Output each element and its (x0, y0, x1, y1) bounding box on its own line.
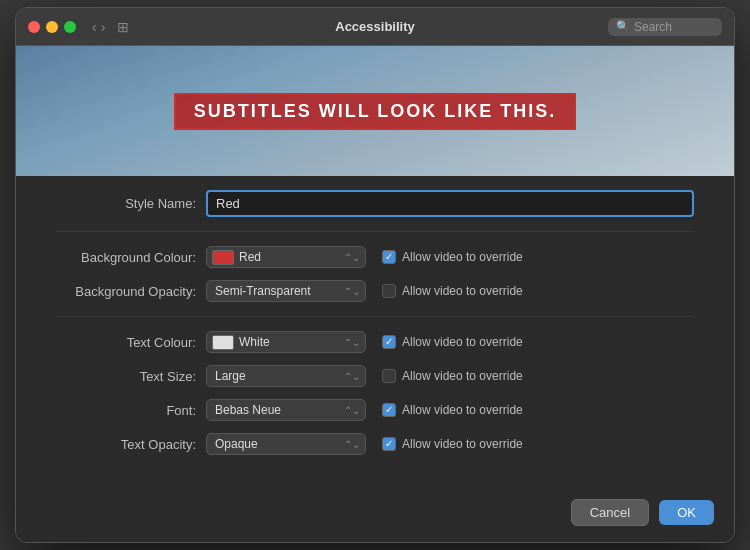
text-size-dropdown-container: Large ⌃⌄ (206, 365, 366, 387)
background-colour-row: Background Colour: Red ⌃⌄ Allow video to… (56, 240, 694, 274)
nav-arrows: ‹ › (92, 19, 105, 35)
bg-colour-override-label[interactable]: Allow video to override (382, 250, 523, 264)
text-opacity-dropdown-container: Opaque ⌃⌄ (206, 433, 366, 455)
form-area: Style Name: Background Colour: Red ⌃⌄ Al… (16, 176, 734, 489)
text-colour-override-text: Allow video to override (402, 335, 523, 349)
font-override-checkbox[interactable] (382, 403, 396, 417)
search-box[interactable]: 🔍 (608, 18, 722, 36)
accessibility-window: ‹ › ⊞ Accessibility 🔍 SUBTITLES WILL LOO… (15, 7, 735, 543)
text-opacity-override-text: Allow video to override (402, 437, 523, 451)
close-button[interactable] (28, 21, 40, 33)
font-row: Font: Bebas Neue ⌃⌄ Allow video to overr… (56, 393, 694, 427)
footer: Cancel OK (16, 489, 734, 542)
text-size-label: Text Size: (56, 369, 206, 384)
bg-opacity-override-checkbox[interactable] (382, 284, 396, 298)
text-settings-section: Text Colour: White ⌃⌄ Allow video to ove… (56, 317, 694, 469)
background-opacity-label: Background Opacity: (56, 284, 206, 299)
background-opacity-dropdown-container: Semi-Transparent ⌃⌄ (206, 280, 366, 302)
font-label: Font: (56, 403, 206, 418)
traffic-lights (28, 21, 76, 33)
search-icon: 🔍 (616, 20, 630, 33)
text-colour-dropdown-container: White ⌃⌄ (206, 331, 366, 353)
background-colour-dropdown-container: Red ⌃⌄ (206, 246, 366, 268)
font-override-label[interactable]: Allow video to override (382, 403, 523, 417)
font-dropdown-container: Bebas Neue ⌃⌄ (206, 399, 366, 421)
style-name-input[interactable] (206, 190, 694, 217)
text-opacity-override-checkbox[interactable] (382, 437, 396, 451)
text-opacity-dropdown[interactable]: Opaque (206, 433, 366, 455)
grid-icon[interactable]: ⊞ (117, 19, 129, 35)
text-size-override-label[interactable]: Allow video to override (382, 369, 523, 383)
background-colour-label: Background Colour: (56, 250, 206, 265)
background-opacity-dropdown[interactable]: Semi-Transparent (206, 280, 366, 302)
subtitle-preview-area: SUBTITLES WILL LOOK LIKE THIS. (16, 46, 734, 176)
titlebar: ‹ › ⊞ Accessibility 🔍 (16, 8, 734, 46)
ok-button[interactable]: OK (659, 500, 714, 525)
bg-opacity-override-label[interactable]: Allow video to override (382, 284, 523, 298)
text-colour-label: Text Colour: (56, 335, 206, 350)
window-title: Accessibility (335, 19, 415, 34)
maximize-button[interactable] (64, 21, 76, 33)
bg-colour-override-checkbox[interactable] (382, 250, 396, 264)
forward-arrow-icon[interactable]: › (101, 19, 106, 35)
bg-opacity-override-text: Allow video to override (402, 284, 523, 298)
bg-colour-override-text: Allow video to override (402, 250, 523, 264)
text-size-override-text: Allow video to override (402, 369, 523, 383)
text-size-row: Text Size: Large ⌃⌄ Allow video to overr… (56, 359, 694, 393)
text-colour-row: Text Colour: White ⌃⌄ Allow video to ove… (56, 325, 694, 359)
minimize-button[interactable] (46, 21, 58, 33)
style-name-label: Style Name: (56, 196, 206, 211)
text-size-dropdown[interactable]: Large (206, 365, 366, 387)
text-opacity-override-label[interactable]: Allow video to override (382, 437, 523, 451)
background-opacity-row: Background Opacity: Semi-Transparent ⌃⌄ … (56, 274, 694, 308)
background-settings-section: Background Colour: Red ⌃⌄ Allow video to… (56, 232, 694, 317)
text-colour-override-label[interactable]: Allow video to override (382, 335, 523, 349)
font-override-text: Allow video to override (402, 403, 523, 417)
back-arrow-icon[interactable]: ‹ (92, 19, 97, 35)
text-opacity-row: Text Opacity: Opaque ⌃⌄ Allow video to o… (56, 427, 694, 461)
background-colour-dropdown[interactable]: Red (206, 246, 366, 268)
text-size-override-checkbox[interactable] (382, 369, 396, 383)
subtitle-preview-text: SUBTITLES WILL LOOK LIKE THIS. (174, 93, 577, 130)
text-colour-override-checkbox[interactable] (382, 335, 396, 349)
text-colour-dropdown[interactable]: White (206, 331, 366, 353)
font-dropdown[interactable]: Bebas Neue (206, 399, 366, 421)
style-name-row: Style Name: (56, 176, 694, 232)
text-opacity-label: Text Opacity: (56, 437, 206, 452)
search-input[interactable] (634, 20, 714, 34)
cancel-button[interactable]: Cancel (571, 499, 649, 526)
